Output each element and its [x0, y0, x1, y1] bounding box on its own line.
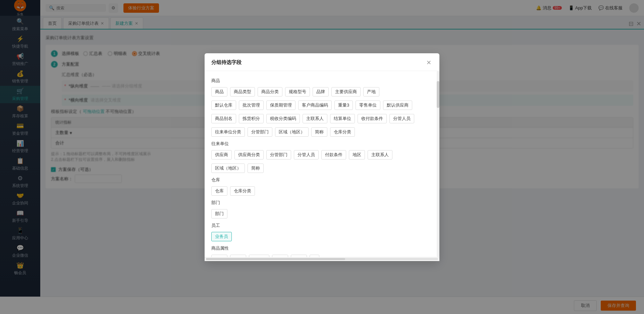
tag-size[interactable]: 尺码 [272, 255, 288, 257]
tag-settlement-unit[interactable]: 结算单位 [330, 114, 355, 123]
tag-origin[interactable]: 产地 [363, 87, 379, 97]
dialog-hscroll [205, 257, 439, 261]
section-dept-title: 部门 [211, 200, 433, 206]
tag-abbr-cp[interactable]: 简称 [248, 164, 264, 173]
tag-shoe-size[interactable]: 鞋码 [291, 255, 307, 257]
tag-main-supplier[interactable]: 主要供应商 [331, 87, 361, 97]
section-goods-tags-2: 默认仓库 批次管理 保质期管理 客户商品编码 重量3 零售单位 默认供应商 [211, 101, 433, 110]
dialog: 分组待选字段 ✕ 商品 商品 商品类型 商品分类 规格型号 品牌 主要供应商 产… [205, 53, 439, 261]
section-dept: 部门 部门 [211, 200, 433, 218]
section-goods-tags: 商品 商品类型 商品分类 规格型号 品牌 主要供应商 产地 [211, 87, 433, 97]
tag-abbr-goods[interactable]: 简称 [311, 127, 327, 137]
tag-retail-unit[interactable]: 零售单位 [356, 101, 380, 110]
tag-district[interactable]: 地区 [349, 150, 365, 160]
section-staff-tags: 业务员 [211, 232, 433, 241]
tag-spec-model[interactable]: 规格型号 [285, 87, 310, 97]
tag-salesman[interactable]: 业务员 [211, 232, 232, 241]
tag-tax-code[interactable]: 税收分类编码 [266, 114, 300, 123]
tag-main-contact-2[interactable]: 主联系人 [368, 150, 392, 160]
section-staff-title: 员工 [211, 223, 433, 229]
tag-pick-score[interactable]: 拣货积分 [239, 114, 264, 123]
section-goods-attr: 商品属性 属性 颜色 多规格 尺码 鞋码 1 [211, 245, 433, 257]
section-goods: 商品 商品 商品类型 商品分类 规格型号 品牌 主要供应商 产地 默认仓库 批次… [211, 78, 433, 137]
tag-default-supplier[interactable]: 默认供应商 [383, 101, 412, 110]
section-counterparty-title: 往来单位 [211, 141, 433, 147]
section-warehouse-title: 仓库 [211, 177, 433, 183]
scrollbar-track [437, 71, 439, 257]
section-warehouse: 仓库 仓库 仓库分类 [211, 177, 433, 196]
tag-warehouse-category[interactable]: 仓库分类 [230, 186, 255, 196]
dialog-overlay: 分组待选字段 ✕ 商品 商品 商品类型 商品分类 规格型号 品牌 主要供应商 产… [0, 0, 644, 314]
tag-manager[interactable]: 分管人员 [389, 114, 414, 123]
tag-payment-cond[interactable]: 付款条件 [321, 150, 346, 160]
tag-region-cp[interactable]: 区域（地区） [211, 164, 245, 173]
tag-weight3[interactable]: 重量3 [334, 101, 353, 110]
dialog-title: 分组待选字段 [211, 59, 241, 66]
tag-shelf-life[interactable]: 保质期管理 [266, 101, 296, 110]
tag-goods[interactable]: 商品 [211, 87, 227, 97]
tag-goods-alias[interactable]: 商品别名 [211, 114, 236, 123]
tag-color[interactable]: 颜色 [230, 255, 246, 257]
tag-default-warehouse[interactable]: 默认仓库 [211, 101, 236, 110]
section-warehouse-tags: 仓库 仓库分类 [211, 186, 433, 196]
tag-multi-spec[interactable]: 多规格 [249, 255, 269, 257]
section-staff: 员工 业务员 [211, 223, 433, 241]
section-dept-tags: 部门 [211, 209, 433, 218]
scrollbar-thumb[interactable] [437, 81, 439, 108]
tag-dept[interactable]: 部门 [211, 209, 227, 218]
dialog-body: 商品 商品 商品类型 商品分类 规格型号 品牌 主要供应商 产地 默认仓库 批次… [205, 71, 439, 257]
tag-attr[interactable]: 属性 [211, 255, 227, 257]
tag-goods-type[interactable]: 商品类型 [230, 87, 255, 97]
tag-person-mgmt[interactable]: 分管人员 [294, 150, 319, 160]
tag-goods-category[interactable]: 商品分类 [258, 87, 282, 97]
tag-batch-mgmt[interactable]: 批次管理 [239, 101, 264, 110]
tag-main-contact[interactable]: 主联系人 [303, 114, 327, 123]
dialog-header: 分组待选字段 ✕ [205, 53, 439, 71]
section-counterparty: 往来单位 供应商 供应商分类 分管部门 分管人员 付款条件 地区 主联系人 区域… [211, 141, 433, 173]
hscroll-track [206, 258, 438, 260]
tag-warehouse[interactable]: 仓库 [211, 186, 227, 196]
section-goods-attr-title: 商品属性 [211, 245, 433, 251]
section-counterparty-tags-2: 区域（地区） 简称 [211, 164, 433, 173]
tag-supplier[interactable]: 供应商 [211, 150, 232, 160]
tag-region-goods[interactable]: 区域（地区） [275, 127, 309, 137]
tag-payment-terms[interactable]: 收付款条件 [358, 114, 387, 123]
section-goods-title: 商品 [211, 78, 433, 84]
section-goods-tags-4: 往来单位分类 分管部门 区域（地区） 简称 仓库分类 [211, 127, 433, 137]
tag-mgmt-dept[interactable]: 分管部门 [248, 127, 272, 137]
tag-warehouse-cat-goods[interactable]: 仓库分类 [330, 127, 355, 137]
section-goods-attr-tags: 属性 颜色 多规格 尺码 鞋码 1 [211, 255, 433, 257]
tag-attr-1[interactable]: 1 [310, 255, 319, 257]
dialog-close-btn[interactable]: ✕ [425, 59, 433, 67]
section-counterparty-tags: 供应商 供应商分类 分管部门 分管人员 付款条件 地区 主联系人 [211, 150, 433, 160]
tag-dept-mgmt[interactable]: 分管部门 [266, 150, 291, 160]
tag-biz-unit-category[interactable]: 往来单位分类 [211, 127, 245, 137]
hscroll-thumb[interactable] [206, 258, 345, 260]
tag-customer-code[interactable]: 客户商品编码 [298, 101, 332, 110]
tag-supplier-category[interactable]: 供应商分类 [234, 150, 264, 160]
tag-brand[interactable]: 品牌 [313, 87, 329, 97]
section-goods-tags-3: 商品别名 拣货积分 税收分类编码 主联系人 结算单位 收付款条件 分管人员 [211, 114, 433, 123]
